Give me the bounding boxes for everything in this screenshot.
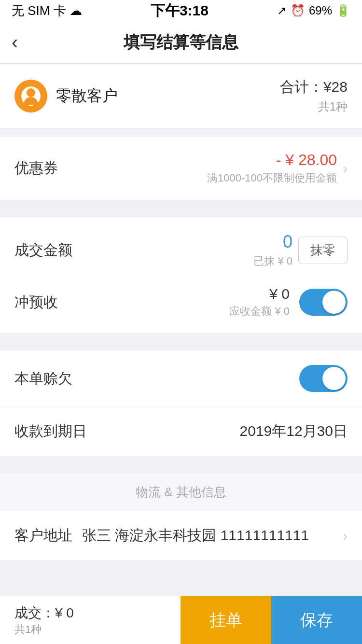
status-left: 无 SIM 卡 ☁: [12, 2, 82, 19]
clock-icon: ⏰: [291, 4, 305, 17]
due-date-row: 收款到期日 2019年12月30日: [0, 407, 362, 456]
bottom-bar: 成交：¥ 0 共1种 挂单 保存: [0, 596, 362, 644]
customer-section: 零散客户 合计：¥28 共1种: [0, 64, 362, 128]
nav-bar: ‹ 填写结算等信息: [0, 21, 362, 64]
avatar: [14, 80, 47, 112]
transaction-sub-desc: 已抹 ¥ 0: [253, 254, 292, 268]
avatar-icon: [21, 86, 41, 106]
location-icon: ↗: [277, 4, 287, 17]
bottom-info: 成交：¥ 0 共1种: [0, 596, 181, 644]
transaction-right: 0 已抹 ¥ 0 抹零: [253, 232, 348, 268]
address-section[interactable]: 客户地址 张三 海淀永丰科技园 11111111111 ›: [0, 511, 362, 560]
transaction-section: 成交金额 0 已抹 ¥ 0 抹零 冲预收 ¥ 0 应收金额 ¥ 0: [0, 217, 362, 333]
round-button[interactable]: 抹零: [298, 237, 348, 264]
battery-icon: 🔋: [336, 4, 350, 17]
coupon-label: 优惠券: [14, 158, 58, 178]
status-bar: 无 SIM 卡 ☁ 下午3:18 ↗ ⏰ 69% 🔋: [0, 0, 362, 21]
coupon-right: - ¥ 28.00 满1000-100不限制使用金额 ›: [207, 151, 348, 185]
bottom-count: 共1种: [14, 622, 181, 637]
hang-button[interactable]: 挂单: [181, 596, 271, 644]
prepay-desc: 应收金额 ¥ 0: [229, 304, 290, 319]
page-title: 填写结算等信息: [124, 31, 238, 54]
customer-info-left: 零散客户: [14, 80, 118, 112]
coupon-value-block: - ¥ 28.00 满1000-100不限制使用金额: [207, 151, 337, 185]
debit-row: 本单赊欠: [0, 350, 362, 407]
prepay-amount: ¥ 0: [229, 286, 290, 302]
logistics-header: 物流 & 其他信息: [0, 473, 362, 511]
discount-desc: 满1000-100不限制使用金额: [207, 171, 337, 185]
customer-name: 零散客户: [56, 85, 118, 107]
divider-3: [0, 464, 362, 473]
discount-amount: - ¥ 28.00: [207, 151, 337, 169]
amount-row: 成交金额 0 已抹 ¥ 0 抹零: [0, 217, 362, 274]
amount-value-block: 0 已抹 ¥ 0: [253, 232, 292, 268]
address-value: 张三 海淀永丰科技园 11111111111: [82, 526, 309, 546]
chevron-right-icon: ›: [343, 160, 348, 177]
prepay-right: ¥ 0 应收金额 ¥ 0: [229, 286, 348, 319]
due-date-value: 2019年12月30日: [240, 421, 348, 441]
bottom-deal: 成交：¥ 0: [14, 604, 181, 622]
save-button[interactable]: 保存: [271, 596, 362, 644]
sim-text: 无 SIM 卡 ☁: [12, 2, 82, 19]
total-amount: 合计：¥28: [280, 77, 348, 97]
bottom-deal-label: 成交：: [14, 605, 55, 620]
prepay-amounts: ¥ 0 应收金额 ¥ 0: [229, 286, 290, 319]
transaction-label: 成交金额: [14, 240, 72, 260]
back-button[interactable]: ‹: [12, 31, 18, 53]
battery-text: 69%: [309, 4, 332, 17]
address-row[interactable]: 客户地址 张三 海淀永丰科技园 11111111111 ›: [0, 511, 362, 560]
debit-section: 本单赊欠 收款到期日 2019年12月30日: [0, 350, 362, 456]
debit-label: 本单赊欠: [14, 369, 72, 389]
due-date-label: 收款到期日: [14, 421, 87, 441]
prepay-label: 冲预收: [14, 293, 58, 312]
address-label: 客户地址: [14, 526, 72, 546]
coupon-row[interactable]: 优惠券 - ¥ 28.00 满1000-100不限制使用金额 ›: [0, 137, 362, 200]
customer-right: 合计：¥28 共1种: [280, 77, 348, 114]
bottom-deal-amount: ¥ 0: [55, 605, 74, 620]
total-count: 共1种: [280, 99, 348, 114]
toggle-knob: [322, 291, 346, 314]
status-time: 下午3:18: [151, 1, 209, 21]
address-chevron-icon: ›: [343, 528, 348, 544]
divider-2: [0, 342, 362, 350]
status-right: ↗ ⏰ 69% 🔋: [277, 4, 350, 17]
transaction-amount[interactable]: 0: [283, 232, 292, 252]
divider-1: [0, 209, 362, 217]
address-left: 客户地址 张三 海淀永丰科技园 11111111111: [14, 526, 309, 546]
debit-toggle[interactable]: [299, 365, 348, 392]
logistics-title: 物流 & 其他信息: [136, 485, 226, 499]
prepay-row: 冲预收 ¥ 0 应收金额 ¥ 0: [0, 274, 362, 333]
coupon-section[interactable]: 优惠券 - ¥ 28.00 满1000-100不限制使用金额 ›: [0, 137, 362, 200]
debit-toggle-knob: [322, 367, 346, 390]
prepay-toggle[interactable]: [299, 289, 348, 316]
